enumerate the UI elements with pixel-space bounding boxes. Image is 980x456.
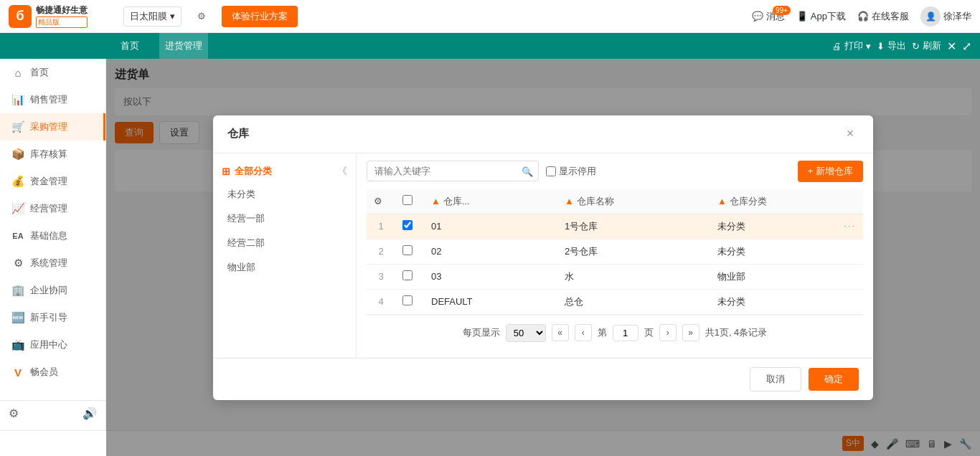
last-page-button[interactable]: » [682, 324, 699, 341]
table-row[interactable]: 4 DEFAULT 总仓 未分类 [367, 289, 863, 314]
close-tab-button[interactable]: ✕ [947, 39, 956, 53]
trial-button[interactable]: 体验行业方案 [222, 6, 298, 27]
confirm-button[interactable]: 确定 [809, 368, 859, 391]
sidebar-item-finance[interactable]: 💰 资金管理 [0, 168, 105, 195]
page-size-select[interactable]: 50 10 20 100 [506, 324, 546, 342]
notification-icon: 💬 [752, 11, 763, 22]
modal-warehouse: 仓库 × ⊞ 全部分类 《 未分类 [213, 115, 873, 400]
add-warehouse-button[interactable]: + 新增仓库 [798, 161, 863, 182]
sidebar-item-member[interactable]: V 畅会员 [0, 358, 105, 386]
category-item-ops1[interactable]: 经营一部 [213, 206, 356, 231]
row-name-0: 1号仓库 [557, 214, 710, 239]
member-icon: V [11, 366, 24, 379]
online-service-item[interactable]: 🎧 在线客服 [857, 10, 909, 23]
sidebar: ⌂ 首页 📊 销售管理 🛒 采购管理 📦 库存核算 💰 资金管理 📈 经营管理 … [0, 59, 106, 456]
row-category-2: 物业部 [710, 264, 863, 289]
row-name-2: 水 [557, 264, 710, 289]
speaker-icon[interactable]: 🔊 [83, 407, 97, 420]
sidebar-item-purchase[interactable]: 🛒 采购管理 [0, 113, 105, 141]
purchase-icon: 🛒 [11, 120, 24, 133]
table-row[interactable]: 1 01 1号仓库 未分类 ··· [367, 214, 863, 239]
second-nav-actions: 🖨 打印 ▾ ⬇ 导出 ↻ 刷新 ✕ ⤢ [832, 39, 971, 53]
cancel-button[interactable]: 取消 [750, 367, 801, 391]
finance-icon: 💰 [11, 175, 24, 188]
settings-icon[interactable]: ⚙ [190, 5, 213, 28]
category-item-unclassified[interactable]: 未分类 [213, 182, 356, 206]
notification-badge: 99+ [773, 6, 791, 15]
modal-close-button[interactable]: × [842, 125, 859, 143]
inventory-icon: 📦 [11, 148, 24, 161]
first-page-button[interactable]: « [552, 324, 569, 341]
sidebar-item-company[interactable]: 🏢 企业协同 [0, 277, 105, 304]
table-row[interactable]: 2 02 2号仓库 未分类 [367, 239, 863, 264]
category-sidebar: ⊞ 全部分类 《 未分类 经营一部 经营二部 物业部 [213, 153, 357, 358]
headset-icon: 🎧 [857, 11, 869, 22]
chevron-down-icon: ▾ [170, 11, 175, 22]
notification-item[interactable]: 💬 消息 99+ [752, 10, 785, 23]
search-input[interactable] [367, 161, 539, 181]
logo-area: б 畅捷通好生意 精品版 [9, 4, 115, 28]
avatar: 👤 [920, 6, 941, 27]
tab-home[interactable]: 首页 [115, 33, 145, 59]
warehouse-table: ⚙ ▲ 仓库... [367, 189, 863, 315]
all-category-button[interactable]: ⊞ 全部分类 [222, 165, 272, 178]
refresh-action[interactable]: ↻ 刷新 [912, 39, 941, 52]
guide-icon: 🆕 [11, 311, 24, 324]
sidebar-item-sales[interactable]: 📊 销售管理 [0, 86, 105, 113]
modal-footer: 取消 确定 [213, 358, 873, 400]
settings-bottom-icon[interactable]: ⚙ [9, 407, 19, 420]
logo-icon: б [9, 5, 32, 28]
sidebar-item-inventory[interactable]: 📦 库存核算 [0, 141, 105, 168]
sidebar-item-appcenter[interactable]: 📺 应用中心 [0, 331, 105, 358]
sidebar-item-system[interactable]: ⚙ 系统管理 [0, 250, 105, 277]
modal-body: ⊞ 全部分类 《 未分类 经营一部 经营二部 物业部 [213, 153, 873, 358]
row-checkbox-2[interactable] [395, 264, 424, 289]
sort-icon-code: ▲ [431, 196, 440, 206]
print-action[interactable]: 🖨 打印 ▾ [832, 39, 871, 52]
next-page-button[interactable]: › [659, 324, 677, 341]
row-code-2: 03 [424, 264, 557, 289]
pagination: 每页显示 50 10 20 100 « ‹ 第 页 [367, 315, 863, 351]
show-disabled-checkbox-label[interactable]: 显示停用 [546, 165, 596, 178]
show-disabled-checkbox[interactable] [546, 166, 556, 176]
export-action[interactable]: ⬇ 导出 [877, 39, 906, 52]
row-category-0: 未分类 ··· [710, 214, 863, 239]
collapse-icon[interactable]: 《 [337, 165, 347, 178]
phone-icon: 📱 [796, 11, 808, 22]
modal-title: 仓库 [227, 127, 249, 141]
row-category-3: 未分类 [710, 289, 863, 314]
row-no-2: 3 [367, 264, 395, 289]
page-number-input[interactable] [613, 325, 639, 341]
prev-page-button[interactable]: ‹ [575, 324, 592, 341]
operation-icon: 📈 [11, 202, 24, 215]
category-item-ops2[interactable]: 经营二部 [213, 231, 356, 255]
row-name-1: 2号仓库 [557, 239, 710, 264]
tab-purchase[interactable]: 进货管理 [159, 33, 208, 59]
sidebar-item-guide[interactable]: 🆕 新手引导 [0, 304, 105, 331]
modal-header: 仓库 × [213, 115, 873, 153]
row-checkbox-1[interactable] [395, 239, 424, 264]
modal-overlay[interactable]: 仓库 × ⊞ 全部分类 《 未分类 [106, 59, 980, 456]
expand-button[interactable]: ⤢ [962, 39, 971, 53]
category-item-property[interactable]: 物业部 [213, 255, 356, 280]
system-icon: ⚙ [11, 257, 24, 270]
row-code-1: 02 [424, 239, 557, 264]
company-icon: 🏢 [11, 284, 24, 297]
select-all-checkbox[interactable] [402, 195, 413, 205]
logo-text: 畅捷通好生意 精品版 [36, 4, 88, 28]
row-checkbox-0[interactable] [395, 214, 424, 239]
sidebar-item-base[interactable]: EA 基础信息 [0, 222, 105, 250]
store-selector[interactable]: 日太阳膜 ▾ [123, 6, 182, 27]
row-name-3: 总仓 [557, 289, 710, 314]
home-icon: ⌂ [11, 66, 24, 79]
row-checkbox-3[interactable] [395, 289, 424, 314]
cat-header: ⊞ 全部分类 《 [213, 161, 356, 182]
sidebar-item-operation[interactable]: 📈 经营管理 [0, 195, 105, 222]
search-icon[interactable]: 🔍 [522, 166, 533, 176]
table-row[interactable]: 3 03 水 物业部 [367, 264, 863, 289]
user-item[interactable]: 👤 徐泽华 [920, 6, 971, 27]
appcenter-icon: 📺 [11, 338, 24, 351]
app-download-item[interactable]: 📱 App下载 [796, 10, 846, 23]
sidebar-item-home[interactable]: ⌂ 首页 [0, 59, 105, 86]
th-name: ▲ 仓库名称 [557, 189, 710, 214]
